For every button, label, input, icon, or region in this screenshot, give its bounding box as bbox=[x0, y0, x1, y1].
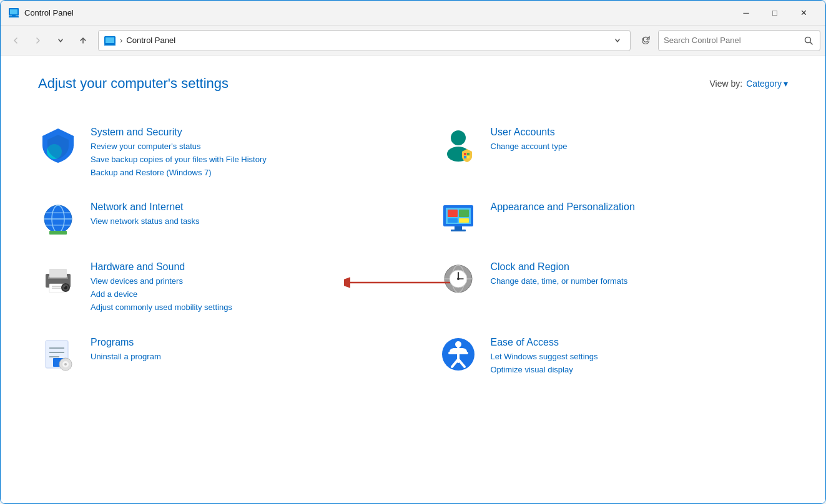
category-hardware-sound: Hardware and Sound View devices and prin… bbox=[38, 249, 388, 324]
clock-region-icon bbox=[438, 259, 478, 299]
category-system-security: System and Security Review your computer… bbox=[38, 114, 388, 189]
close-button[interactable]: ✕ bbox=[789, 3, 818, 23]
window: Control Panel ─ □ ✕ bbox=[0, 0, 826, 504]
category-appearance: Appearance and Personalization bbox=[438, 189, 789, 249]
user-accounts-link-1[interactable]: Change account type bbox=[491, 140, 789, 153]
nav-bar: › Control Panel bbox=[1, 26, 825, 56]
clock-region-text: Clock and Region Change date, time, or n… bbox=[491, 259, 789, 288]
svg-rect-3 bbox=[12, 16, 16, 16]
hardware-sound-icon bbox=[38, 259, 78, 299]
title-bar-controls: ─ □ ✕ bbox=[732, 3, 818, 23]
svg-rect-27 bbox=[448, 218, 458, 223]
svg-rect-15 bbox=[464, 156, 466, 158]
title-bar: Control Panel ─ □ ✕ bbox=[1, 1, 825, 26]
search-input[interactable] bbox=[664, 36, 799, 45]
network-internet-link-1[interactable]: View network status and tasks bbox=[91, 215, 388, 228]
hardware-sound-title[interactable]: Hardware and Sound bbox=[91, 261, 388, 273]
address-icon bbox=[104, 34, 116, 47]
hardware-sound-link-1[interactable]: View devices and printers bbox=[91, 275, 388, 288]
categories-grid: System and Security Review your computer… bbox=[38, 114, 788, 386]
search-box[interactable] bbox=[658, 30, 820, 51]
ease-of-access-title[interactable]: Ease of Access bbox=[491, 337, 789, 348]
appearance-text: Appearance and Personalization bbox=[491, 199, 789, 215]
svg-rect-26 bbox=[459, 210, 469, 217]
category-ease-of-access: Ease of Access Let Windows suggest setti… bbox=[438, 324, 789, 387]
svg-rect-16 bbox=[467, 156, 470, 158]
category-clock-region: Clock and Region Change date, time, or n… bbox=[438, 249, 789, 324]
main-content: Adjust your computer's settings View by:… bbox=[1, 56, 825, 503]
hardware-sound-link-3[interactable]: Adjust commonly used mobility settings bbox=[91, 301, 388, 314]
svg-rect-33 bbox=[49, 269, 67, 278]
view-by-label: View by: bbox=[710, 79, 743, 89]
view-by-dropdown[interactable]: Category ▾ bbox=[746, 79, 788, 89]
recent-locations-button[interactable] bbox=[51, 31, 71, 51]
svg-rect-6 bbox=[104, 44, 116, 46]
svg-rect-1 bbox=[10, 9, 17, 14]
appearance-title[interactable]: Appearance and Personalization bbox=[491, 201, 789, 213]
programs-text: Programs Uninstall a program bbox=[91, 334, 388, 364]
svg-line-9 bbox=[810, 42, 813, 44]
svg-rect-30 bbox=[451, 230, 466, 231]
svg-rect-28 bbox=[459, 218, 469, 223]
network-internet-icon bbox=[38, 199, 78, 239]
programs-title[interactable]: Programs bbox=[91, 337, 388, 348]
user-accounts-text: User Accounts Change account type bbox=[491, 124, 789, 153]
svg-rect-7 bbox=[108, 44, 112, 44]
svg-point-40 bbox=[64, 286, 66, 288]
programs-link-1[interactable]: Uninstall a program bbox=[91, 351, 388, 364]
refresh-button[interactable] bbox=[636, 31, 656, 51]
network-internet-text: Network and Internet View network status… bbox=[91, 199, 388, 228]
ease-of-access-icon bbox=[438, 334, 478, 374]
clock-region-link-1[interactable]: Change date, time, or number formats bbox=[491, 275, 789, 288]
category-user-accounts: User Accounts Change account type bbox=[438, 114, 789, 189]
system-security-link-3[interactable]: Backup and Restore (Windows 7) bbox=[91, 167, 388, 180]
back-button[interactable] bbox=[6, 31, 26, 51]
svg-point-57 bbox=[455, 341, 461, 347]
system-security-link-2[interactable]: Save backup copies of your files with Fi… bbox=[91, 153, 388, 167]
system-security-title[interactable]: System and Security bbox=[91, 127, 388, 138]
category-programs: Programs Uninstall a program bbox=[38, 324, 388, 387]
view-by: View by: Category ▾ bbox=[710, 79, 788, 89]
window-icon bbox=[8, 7, 19, 19]
ease-of-access-text: Ease of Access Let Windows suggest setti… bbox=[491, 334, 789, 377]
page-header: Adjust your computer's settings View by:… bbox=[38, 75, 788, 92]
svg-rect-13 bbox=[464, 153, 466, 155]
address-separator: › bbox=[120, 36, 122, 45]
network-internet-title[interactable]: Network and Internet bbox=[91, 201, 388, 213]
system-security-text: System and Security Review your computer… bbox=[91, 124, 388, 179]
ease-of-access-link-1[interactable]: Let Windows suggest settings bbox=[491, 351, 789, 364]
category-network-internet: Network and Internet View network status… bbox=[38, 189, 388, 249]
page-title: Adjust your computer's settings bbox=[38, 75, 229, 92]
svg-point-55 bbox=[64, 363, 67, 366]
svg-rect-29 bbox=[455, 226, 462, 230]
user-accounts-icon bbox=[438, 124, 478, 164]
address-bar[interactable]: › Control Panel bbox=[98, 30, 631, 51]
programs-icon bbox=[38, 334, 78, 374]
search-button[interactable] bbox=[802, 34, 815, 47]
user-accounts-title[interactable]: User Accounts bbox=[491, 127, 789, 138]
maximize-button[interactable]: □ bbox=[760, 3, 789, 23]
svg-rect-2 bbox=[9, 16, 19, 17]
ease-of-access-link-2[interactable]: Optimize visual display bbox=[491, 364, 789, 377]
svg-rect-25 bbox=[448, 210, 458, 217]
svg-rect-22 bbox=[49, 231, 67, 235]
up-button[interactable] bbox=[73, 31, 93, 51]
appearance-icon bbox=[438, 199, 478, 239]
address-dropdown-button[interactable] bbox=[610, 33, 625, 48]
forward-button[interactable] bbox=[28, 31, 48, 51]
hardware-sound-text: Hardware and Sound View devices and prin… bbox=[91, 259, 388, 314]
hardware-sound-link-2[interactable]: Add a device bbox=[91, 288, 388, 301]
title-bar-text: Control Panel bbox=[24, 8, 732, 17]
svg-point-11 bbox=[451, 130, 466, 145]
address-text: Control Panel bbox=[126, 36, 606, 45]
clock-region-title[interactable]: Clock and Region bbox=[491, 261, 789, 273]
svg-rect-14 bbox=[467, 153, 470, 155]
minimize-button[interactable]: ─ bbox=[732, 3, 760, 23]
svg-rect-5 bbox=[106, 37, 114, 43]
system-security-link-1[interactable]: Review your computer's status bbox=[91, 140, 388, 153]
system-security-icon bbox=[38, 124, 78, 164]
